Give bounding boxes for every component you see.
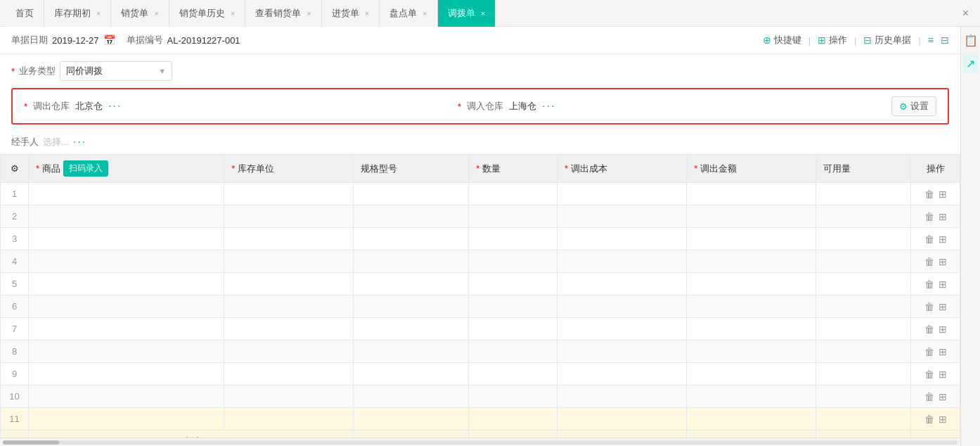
cell-unit[interactable] (224, 386, 354, 408)
sidebar-list-icon[interactable]: 📋 (961, 31, 981, 50)
col-gear[interactable]: ⚙ (1, 155, 29, 183)
cell-amount[interactable] (687, 340, 816, 363)
cell-qty[interactable] (469, 273, 557, 295)
cell-qty[interactable] (469, 250, 557, 273)
cell-unit[interactable] (224, 273, 354, 295)
delete-icon[interactable]: 🗑 (924, 369, 934, 380)
cell-qty[interactable] (469, 363, 557, 386)
cell-cost[interactable] (557, 228, 687, 250)
cell-cost[interactable] (557, 183, 687, 205)
delete-icon[interactable]: 🗑 (924, 234, 934, 245)
operation-action[interactable]: ⊞ 操作 (818, 34, 847, 46)
transfer-out-more-btn[interactable]: ··· (108, 100, 122, 113)
scrollbar-thumb[interactable] (3, 440, 59, 445)
list-view-action[interactable]: ≡ (928, 34, 934, 46)
cell-spec-11[interactable] (354, 408, 469, 431)
scan-button[interactable]: 扫码录入 (63, 160, 108, 177)
handler-select[interactable]: 选择... (43, 136, 69, 148)
delete-icon[interactable]: 🗑 (924, 189, 934, 200)
cell-unit[interactable] (224, 183, 354, 205)
cell-unit[interactable] (224, 205, 354, 228)
tab-inventory-init[interactable]: 库存期初 × (44, 0, 111, 27)
cell-unit[interactable] (224, 228, 354, 250)
cell-amount[interactable] (687, 363, 816, 386)
business-type-select[interactable]: 同价调拨 ▼ (60, 61, 172, 81)
tab-close-sales-history[interactable]: × (231, 9, 235, 18)
cell-spec[interactable] (354, 205, 469, 228)
cell-amount-11[interactable] (687, 408, 816, 431)
tab-close-inventory-init[interactable]: × (96, 9, 101, 18)
sidebar-expand-icon[interactable]: ↗ (963, 54, 978, 73)
copy-icon[interactable]: ⊞ (939, 414, 947, 425)
delete-icon[interactable]: 🗑 (924, 301, 934, 312)
tab-view-sales[interactable]: 查看销货单 × (245, 0, 321, 27)
cell-cost[interactable] (557, 340, 687, 363)
delete-icon[interactable]: 🗑 (924, 346, 934, 357)
tab-close-sales[interactable]: × (154, 9, 158, 18)
cell-spec[interactable] (354, 318, 469, 340)
tab-sales-history[interactable]: 销货单历史 × (169, 0, 245, 27)
tab-sales[interactable]: 销货单 × (111, 0, 169, 27)
delete-icon[interactable]: 🗑 (924, 256, 934, 267)
delete-icon[interactable]: 🗑 (924, 279, 934, 290)
window-close-button[interactable]: × (957, 7, 974, 20)
cell-qty[interactable] (469, 183, 557, 205)
delete-icon[interactable]: 🗑 (924, 324, 934, 335)
tab-purchase[interactable]: 进货单 × (322, 0, 380, 27)
cell-product[interactable] (29, 318, 224, 340)
grid-view-action[interactable]: ⊟ (941, 34, 949, 46)
cell-qty[interactable] (469, 386, 557, 408)
cell-unit[interactable] (224, 318, 354, 340)
cell-product[interactable] (29, 273, 224, 295)
tab-close-view-sales[interactable]: × (307, 9, 311, 18)
cell-unit-11[interactable] (224, 408, 354, 431)
cell-amount[interactable] (687, 228, 816, 250)
copy-icon[interactable]: ⊞ (939, 369, 947, 380)
tab-close-purchase[interactable]: × (365, 9, 369, 18)
tab-close-transfer[interactable]: × (481, 9, 485, 18)
settings-button[interactable]: ⚙ 设置 (891, 96, 936, 116)
cell-spec[interactable] (354, 273, 469, 295)
calendar-icon[interactable]: 📅 (103, 34, 115, 46)
cell-spec[interactable] (354, 363, 469, 386)
delete-icon[interactable]: 🗑 (924, 211, 934, 222)
cell-cost[interactable] (557, 250, 687, 273)
transfer-in-more-btn[interactable]: ··· (542, 100, 555, 113)
copy-icon[interactable]: ⊞ (939, 234, 947, 245)
cell-cost[interactable] (557, 386, 687, 408)
cell-qty[interactable] (469, 205, 557, 228)
cell-qty-11[interactable] (469, 408, 557, 431)
tab-home[interactable]: 首页 (6, 0, 44, 27)
cell-spec[interactable] (354, 386, 469, 408)
cell-product[interactable] (29, 250, 224, 273)
cell-amount[interactable] (687, 318, 816, 340)
cell-qty[interactable] (469, 228, 557, 250)
cell-spec[interactable] (354, 228, 469, 250)
cell-amount[interactable] (687, 205, 816, 228)
cell-cost[interactable] (557, 363, 687, 386)
copy-icon[interactable]: ⊞ (939, 391, 947, 402)
handler-more-btn[interactable]: ··· (73, 136, 86, 148)
cell-cost[interactable] (557, 273, 687, 295)
tab-stocktake[interactable]: 盘点单 × (380, 0, 437, 27)
cell-product[interactable] (29, 183, 224, 205)
cell-qty[interactable] (469, 295, 557, 318)
cell-amount[interactable] (687, 295, 816, 318)
cell-product-11[interactable] (29, 408, 224, 431)
delete-icon[interactable]: 🗑 (924, 391, 934, 402)
copy-icon[interactable]: ⊞ (939, 211, 947, 222)
cell-spec[interactable] (354, 250, 469, 273)
tab-transfer[interactable]: 调拨单 × (438, 0, 496, 27)
cell-unit[interactable] (224, 363, 354, 386)
cell-product[interactable] (29, 205, 224, 228)
copy-icon[interactable]: ⊞ (939, 279, 947, 290)
cell-product[interactable] (29, 340, 224, 363)
cell-product[interactable] (29, 386, 224, 408)
cell-amount[interactable] (687, 386, 816, 408)
cell-cost[interactable] (557, 295, 687, 318)
cell-cost[interactable] (557, 205, 687, 228)
cell-spec[interactable] (354, 183, 469, 205)
copy-icon[interactable]: ⊞ (939, 256, 947, 267)
cell-spec[interactable] (354, 340, 469, 363)
tab-close-stocktake[interactable]: × (423, 9, 427, 18)
